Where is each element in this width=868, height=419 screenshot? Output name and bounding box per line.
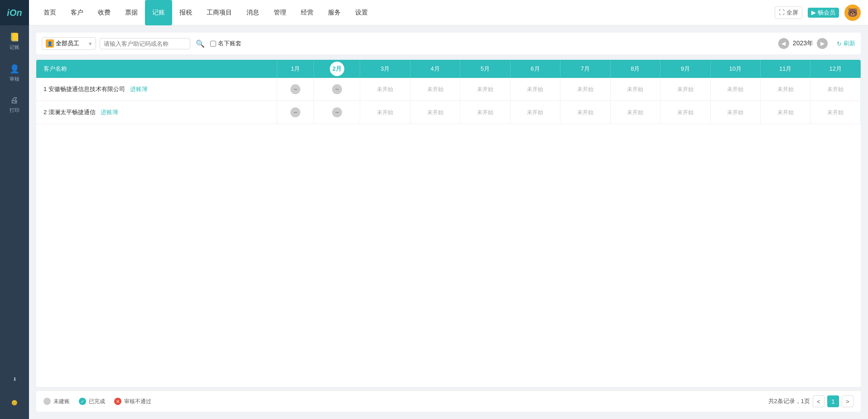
nav-clients[interactable]: 客户 <box>63 0 91 25</box>
nav-tax[interactable]: 报税 <box>172 0 199 25</box>
prev-year-button[interactable]: ◀ <box>778 38 789 49</box>
month-cell-1-7: 未开始 <box>610 101 660 124</box>
nav-invoices[interactable]: 票据 <box>118 0 145 25</box>
month-cell-1-2: 未开始 <box>360 101 410 124</box>
fullscreen-label: 全屏 <box>786 9 798 17</box>
sidebar-item-ledger[interactable]: 📒 记账 <box>0 25 29 57</box>
my-accounts-label: 名下账套 <box>218 39 241 48</box>
col-m7: 7月 <box>560 60 610 78</box>
refresh-button[interactable]: ↻ 刷新 <box>837 39 855 48</box>
status-not-started: 未开始 <box>777 109 794 116</box>
search-button[interactable]: 🔍 <box>194 38 207 50</box>
client-name: 漠澜太平畅捷通信 <box>48 109 96 116</box>
enter-ledger-link[interactable]: 进账簿 <box>130 86 148 92</box>
page-1-button[interactable]: 1 <box>827 395 839 407</box>
month-cell-1-10: 未开始 <box>760 101 810 124</box>
col-client: 客户名称 <box>36 60 277 78</box>
col-m4: 4月 <box>410 60 460 78</box>
month-cell-0-3: 未开始 <box>410 78 460 101</box>
status-not-started: 未开始 <box>727 86 743 92</box>
month-cell-0-9: 未开始 <box>710 78 760 101</box>
nav-right-actions: ⛶ 全屏 ▶ 畅会员 🐻 <box>775 5 861 21</box>
legend-dot-not-created <box>43 398 51 405</box>
refresh-label: 刷新 <box>844 39 855 48</box>
month-cell-0-5: 未开始 <box>510 78 560 101</box>
table-row: 1 安徽畅捷通信息技术有限公司 进账簿−−未开始未开始未开始未开始未开始未开始未… <box>36 78 861 101</box>
search-input[interactable] <box>100 38 190 49</box>
status-not-started: 未开始 <box>477 86 493 92</box>
legend-dot-audit-failed: ✕ <box>114 398 121 405</box>
nav-operations[interactable]: 经营 <box>294 0 321 25</box>
col-m5: 5月 <box>460 60 510 78</box>
vip-label: 畅会员 <box>818 9 835 17</box>
year-display: 2023年 <box>793 39 813 48</box>
status-not-started: 未开始 <box>627 86 643 92</box>
month-cell-1-11: 未开始 <box>810 101 861 124</box>
status-not-started: 未开始 <box>677 109 694 116</box>
col-m2: 2月 <box>314 60 360 78</box>
table-row: 2 漠澜太平畅捷通信 进账簿−−未开始未开始未开始未开始未开始未开始未开始未开始… <box>36 101 861 124</box>
nav-settings[interactable]: 设置 <box>348 0 375 25</box>
row-index: 1 <box>43 86 47 92</box>
prev-page-button[interactable]: < <box>813 395 825 407</box>
main-area: 首页 客户 收费 票据 记账 报税 工商项目 消息 管理 经营 服务 设置 ⛶ … <box>29 0 868 419</box>
legend: 未建账 ✓ 已完成 ✕ 审核不通过 <box>43 398 151 405</box>
enter-ledger-link[interactable]: 进账簿 <box>101 109 118 116</box>
next-page-button[interactable]: > <box>842 395 854 407</box>
status-not-started: 未开始 <box>577 86 593 92</box>
fullscreen-button[interactable]: ⛶ 全屏 <box>775 6 802 19</box>
sidebar-item-emoji[interactable]: 😊 <box>0 392 29 414</box>
nav-business[interactable]: 工商项目 <box>199 0 239 25</box>
sidebar-item-audit[interactable]: 👤 审核 <box>0 57 29 89</box>
nav-home[interactable]: 首页 <box>36 0 63 25</box>
my-accounts-checkbox-label[interactable]: 名下账套 <box>210 39 241 48</box>
data-table: 客户名称 1月 2月 3月 4月 5月 6月 7月 8月 9月 10月 11月 <box>36 60 861 124</box>
col-m12: 12月 <box>810 60 861 78</box>
status-not-started: 未开始 <box>477 109 493 116</box>
month-cell-1-1: − <box>314 101 360 124</box>
nav-charges[interactable]: 收费 <box>91 0 118 25</box>
month-cell-0-2: 未开始 <box>360 78 410 101</box>
avatar-icon: 🐻 <box>848 8 858 18</box>
employee-filter-select[interactable]: 👤 全部员工 ▾ <box>42 37 96 50</box>
toolbar: 👤 全部员工 ▾ 🔍 名下账套 ◀ 2023年 ▶ ↻ 刷新 <box>36 33 861 54</box>
nav-management[interactable]: 管理 <box>266 0 294 25</box>
status-not-started: 未开始 <box>527 86 543 92</box>
month-cell-1-4: 未开始 <box>460 101 510 124</box>
status-not-started: 未开始 <box>577 109 593 116</box>
month-cell-0-11: 未开始 <box>810 78 861 101</box>
month-cell-1-8: 未开始 <box>661 101 710 124</box>
sidebar-item-print[interactable]: 🖨 打印 <box>0 89 29 120</box>
client-cell-1: 2 漠澜太平畅捷通信 进账簿 <box>36 101 277 124</box>
my-accounts-checkbox[interactable] <box>210 41 216 47</box>
sidebar: iOn 📒 记账 👤 审核 🖨 打印 ⬇ 😊 <box>0 0 29 419</box>
month-cell-1-5: 未开始 <box>510 101 560 124</box>
col-m11: 11月 <box>760 60 810 78</box>
nav-messages[interactable]: 消息 <box>239 0 266 25</box>
month-cell-0-10: 未开始 <box>760 78 810 101</box>
table-body: 1 安徽畅捷通信息技术有限公司 进账簿−−未开始未开始未开始未开始未开始未开始未… <box>36 78 861 124</box>
status-not-started: 未开始 <box>427 109 444 116</box>
vip-icon: ▶ <box>811 9 816 16</box>
next-year-button[interactable]: ▶ <box>817 38 828 49</box>
legend-label-audit-failed: 审核不通过 <box>124 398 151 405</box>
nav-ledger[interactable]: 记账 <box>145 0 172 25</box>
col-m3: 3月 <box>360 60 410 78</box>
fullscreen-icon: ⛶ <box>779 9 785 16</box>
client-cell-0: 1 安徽畅捷通信息技术有限公司 进账簿 <box>36 78 277 101</box>
employee-filter-icon: 👤 <box>46 39 54 48</box>
sidebar-item-download[interactable]: ⬇ <box>0 368 29 390</box>
month-cell-0-1: − <box>314 78 360 101</box>
status-not-started: 未开始 <box>827 86 844 92</box>
month-cell-1-3: 未开始 <box>410 101 460 124</box>
status-not-started: 未开始 <box>777 86 794 92</box>
nav-services[interactable]: 服务 <box>321 0 348 25</box>
legend-dot-completed: ✓ <box>79 398 86 405</box>
vip-button[interactable]: ▶ 畅会员 <box>808 8 839 18</box>
pagination-total: 共2条记录，1页 <box>768 397 810 405</box>
avatar[interactable]: 🐻 <box>844 5 861 21</box>
month-cell-0-8: 未开始 <box>661 78 710 101</box>
sidebar-bottom: ⬇ 😊 <box>0 368 29 419</box>
emoji-icon: 😊 <box>11 400 18 406</box>
month-cell-1-0: − <box>277 101 313 124</box>
